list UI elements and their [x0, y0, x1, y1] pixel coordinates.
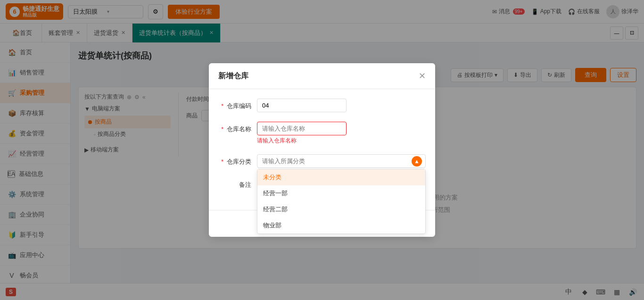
modal-add-warehouse: 新增仓库 ✕ * 仓库编码 * 仓库名称	[209, 63, 435, 237]
form-row-name: * 仓库名称 请输入仓库名称	[218, 122, 426, 145]
code-input[interactable]	[257, 99, 347, 112]
name-input-wrap: 请输入仓库名称	[257, 122, 426, 145]
dropdown-item-property[interactable]: 物业部	[257, 217, 425, 233]
notes-label: 备注	[218, 177, 251, 189]
category-toggle-button[interactable]: ▲	[412, 156, 422, 167]
chevron-up-icon: ▲	[414, 158, 420, 165]
modal-body: * 仓库编码 * 仓库名称 请输入仓库名称	[209, 89, 435, 210]
name-label: * 仓库名称	[218, 122, 251, 133]
modal-overlay[interactable]: 新增仓库 ✕ * 仓库编码 * 仓库名称	[0, 0, 644, 300]
dropdown-item-ops1[interactable]: 经营一部	[257, 185, 425, 201]
category-input-wrap: ▲ 未分类 经营一部 经营二部 物业部	[257, 154, 426, 168]
category-label: * 仓库分类	[218, 154, 251, 166]
modal-close-button[interactable]: ✕	[419, 71, 426, 81]
code-input-wrap	[257, 99, 426, 112]
modal-title: 新增仓库	[218, 71, 248, 81]
name-input[interactable]	[257, 122, 347, 135]
category-dropdown: 未分类 经营一部 经营二部 物业部	[257, 169, 426, 234]
code-label: * 仓库编码	[218, 99, 251, 110]
modal-header: 新增仓库 ✕	[209, 63, 435, 89]
category-input[interactable]	[257, 154, 426, 168]
dropdown-item-unclassified[interactable]: 未分类	[257, 169, 425, 185]
form-row-category: * 仓库分类 ▲ 未分类 经营一部 经营二部 物业部	[218, 154, 426, 168]
dropdown-item-ops2[interactable]: 经营二部	[257, 201, 425, 217]
name-error-msg: 请输入仓库名称	[257, 137, 426, 145]
form-row-code: * 仓库编码	[218, 99, 426, 112]
